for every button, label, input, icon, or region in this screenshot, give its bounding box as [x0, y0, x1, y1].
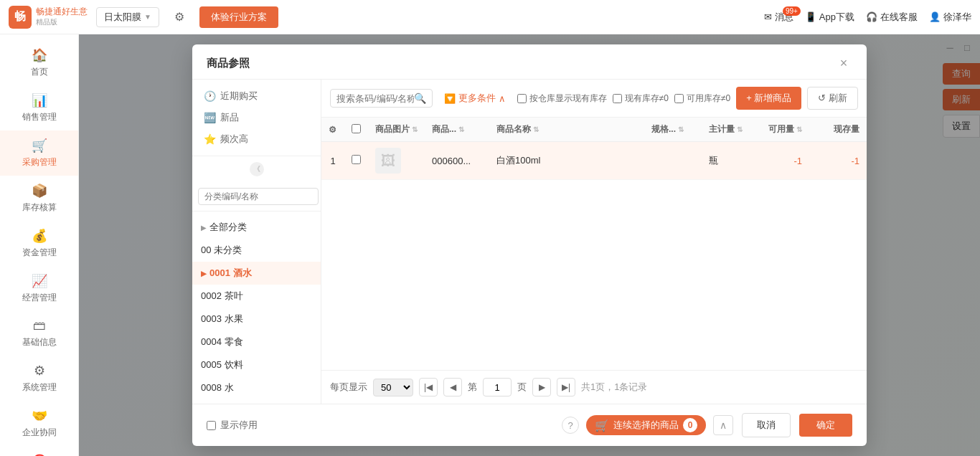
name-header-label: 商品名称 [496, 123, 531, 136]
table-header-spec: 规格... ⇅ [644, 118, 702, 142]
available-filter[interactable]: 可用库存≠0 [674, 92, 730, 105]
help-icon[interactable]: ? [562, 417, 579, 434]
product-code-cell: 000600... [425, 142, 489, 180]
modal-body: 🕐 近期购买 🆕 新品 ⭐ 频次高 [192, 80, 867, 404]
cat-item-tea[interactable]: 0002 茶叶 [192, 285, 321, 308]
add-product-button[interactable]: + 新增商品 [736, 87, 801, 110]
cat-arrow-icon: ▶ [201, 224, 207, 232]
sidebar-item-operations[interactable]: 📈 经营管理 [0, 266, 78, 311]
show-disabled-input[interactable] [207, 421, 216, 430]
toolbar-right: + 新增商品 ↺ 刷新 [736, 87, 858, 110]
current-stock-checkbox[interactable] [613, 94, 622, 103]
cat-item-liquor[interactable]: ▶ 0001 酒水 [192, 262, 321, 285]
cat-item-water[interactable]: 0008 水 [192, 376, 321, 399]
collapse-panel-button[interactable]: 《 [250, 162, 264, 176]
cat-item-snacks[interactable]: 0004 零食 [192, 331, 321, 353]
cat-label: 0001 酒水 [209, 267, 252, 280]
warehouse-filter[interactable]: 按仓库显示现有库存 [517, 92, 607, 105]
collapse-up-button[interactable]: ∧ [713, 415, 733, 435]
row-checkbox[interactable] [352, 155, 361, 164]
current-stock-filter[interactable]: 现有库存≠0 [613, 92, 669, 105]
product-stock: -1 [851, 156, 859, 166]
cat-item-unclassified[interactable]: 00 未分类 [192, 239, 321, 262]
cat-item-all[interactable]: ▶ 全部分类 [192, 216, 321, 239]
cat-item-fruit[interactable]: 0003 水果 [192, 308, 321, 331]
table-header-settings[interactable]: ⚙ [321, 118, 344, 142]
product-unit: 瓶 [709, 155, 718, 166]
next-page-button[interactable]: ▶ [532, 378, 551, 396]
nav-selector[interactable]: 日太阳膜 ▼ [96, 7, 159, 27]
confirm-button[interactable]: 确定 [799, 414, 852, 437]
cancel-button[interactable]: 取消 [742, 413, 791, 437]
topbar-right: ✉ 消息 99+ 📱 App下载 🎧 在线客服 👤 徐泽华 [764, 11, 971, 24]
product-unit-cell: 瓶 [702, 142, 752, 180]
quick-high-frequency[interactable]: ⭐ 频次高 [198, 128, 315, 150]
sort-icon: ⇅ [533, 125, 539, 133]
per-page-select[interactable]: 50 100 [373, 379, 413, 396]
sidebar-item-finance[interactable]: 💰 资金管理 [0, 221, 78, 266]
sidebar-item-sales[interactable]: 📊 销售管理 [0, 85, 78, 130]
product-search-input[interactable] [336, 93, 414, 104]
cart-button[interactable]: 🛒 连续选择的商品 0 [586, 415, 706, 435]
user-avatar[interactable]: 👤 徐泽华 [929, 11, 971, 24]
headset-icon: 🎧 [866, 11, 877, 22]
show-disabled-label: 显示停用 [220, 419, 258, 432]
select-all-checkbox[interactable] [352, 124, 361, 133]
cat-label: 0002 茶叶 [201, 290, 243, 303]
table-row[interactable]: 1 🖼 [321, 142, 867, 180]
message-button[interactable]: ✉ 消息 99+ [764, 11, 793, 24]
page-number-input[interactable] [483, 378, 512, 396]
product-spec-cell [644, 142, 702, 180]
page-label: 第 [468, 381, 477, 394]
first-page-button[interactable]: |◀ [419, 378, 438, 396]
category-panel: 🕐 近期购买 🆕 新品 ⭐ 频次高 [192, 80, 321, 404]
sort-icon: ⇅ [458, 125, 464, 133]
cat-item-drinks[interactable]: 0005 饮料 [192, 353, 321, 376]
app-download-button[interactable]: 📱 App下载 [805, 11, 854, 24]
available-checkbox[interactable] [674, 94, 684, 103]
sidebar-item-home[interactable]: 🏠 首页 [0, 40, 78, 85]
logo-sub: 精品版 [36, 17, 88, 27]
settings-icon[interactable]: ⚙ [168, 6, 191, 29]
system-icon: ⚙ [34, 363, 45, 379]
trial-button[interactable]: 体验行业方案 [199, 6, 278, 28]
guide-icon: 🎯 [32, 453, 47, 456]
page-suffix: 页 [517, 381, 527, 394]
more-filter-button[interactable]: 🔽 更多条件 ∧ [438, 89, 512, 108]
sidebar: 🏠 首页 📊 销售管理 🛒 采购管理 📦 库存核算 💰 资金管理 📈 经营管理 … [0, 34, 79, 456]
sidebar-item-label: 企业协同 [22, 427, 57, 439]
search-icon[interactable]: 🔍 [414, 92, 426, 104]
last-page-button[interactable]: ▶| [557, 378, 575, 396]
sidebar-item-system[interactable]: ⚙ 系统管理 [0, 356, 78, 401]
refresh-button[interactable]: ↺ 刷新 [807, 87, 858, 110]
sidebar-item-basic-info[interactable]: 🗃 基础信息 [0, 311, 78, 356]
unit-header-label: 主计量 [709, 123, 735, 136]
enterprise-icon: 🤝 [32, 408, 47, 424]
quick-new-products[interactable]: 🆕 新品 [198, 107, 315, 128]
category-search-input[interactable] [198, 188, 319, 205]
product-panel: 🔍 🔽 更多条件 ∧ 按仓库显示现有库存 [321, 80, 867, 404]
cat-label: 全部分类 [209, 221, 247, 234]
product-name-cell: 白酒100ml [489, 142, 644, 180]
modal-close-button[interactable]: × [835, 54, 852, 72]
sidebar-item-label: 经营管理 [22, 292, 57, 304]
quick-recent-purchases[interactable]: 🕐 近期购买 [198, 85, 315, 107]
sidebar-item-guide[interactable]: 🎯 新手引导 [0, 446, 78, 456]
chevron-down-icon: ▼ [144, 13, 151, 21]
show-disabled-checkbox[interactable]: 显示停用 [207, 419, 258, 432]
warehouse-checkbox[interactable] [517, 94, 527, 103]
modal-overlay: 商品参照 × 🕐 近期购买 🆕 [79, 34, 980, 456]
search-bar: 🔍 🔽 更多条件 ∧ 按仓库显示现有库存 [321, 80, 867, 118]
sidebar-item-purchase[interactable]: 🛒 采购管理 [0, 130, 78, 176]
category-list: ▶ 全部分类 00 未分类 ▶ 0001 酒水 0002 茶 [192, 212, 321, 404]
table-header-unit: 主计量 ⇅ [702, 118, 752, 142]
sidebar-item-inventory[interactable]: 📦 库存核算 [0, 176, 78, 221]
prev-page-button[interactable]: ◀ [443, 378, 462, 396]
logo-area: 畅 畅捷通好生意 精品版 [9, 6, 88, 29]
phone-icon: 📱 [805, 11, 816, 22]
sidebar-item-enterprise[interactable]: 🤝 企业协同 [0, 401, 78, 446]
pagination-bar: 每页显示 50 100 |◀ ◀ 第 页 ▶ ▶| [321, 370, 867, 404]
cart-icon: 🛒 [595, 419, 609, 432]
service-button[interactable]: 🎧 在线客服 [866, 11, 918, 24]
table-header-code: 商品... ⇅ [425, 118, 489, 142]
